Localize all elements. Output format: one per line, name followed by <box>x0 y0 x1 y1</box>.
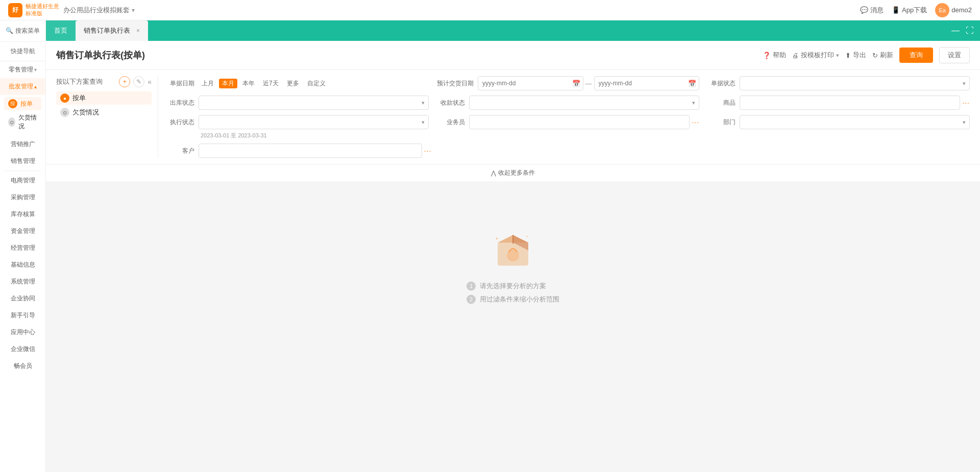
newbie-label: 新手引导 <box>11 311 35 320</box>
sidebar-item-finance[interactable]: 资金管理 <box>0 223 45 240</box>
filter-right-panel: 单据日期 上月 本月 本年 近7天 更多 自定义 <box>166 76 970 158</box>
order-status-select[interactable] <box>740 76 970 90</box>
empty-state: ✦ ✦ 1 请先选择要分析的方案 2 用过滤条件来缩小分析范围 <box>46 181 980 345</box>
message-btn[interactable]: 💬 消息 <box>860 6 884 15</box>
sidebar-item-inventory[interactable]: 库存核算 <box>0 206 45 223</box>
finance-label: 资金管理 <box>11 227 35 235</box>
customer-input[interactable] <box>199 144 422 158</box>
ship-status-select[interactable] <box>199 96 429 110</box>
filter-dept-row: 部门 ▾ <box>707 115 970 129</box>
page-header: 销售订单执行表(按单) ❓ 帮助 🖨 按模板打印 ▾ ⬆ 导出 <box>46 41 980 70</box>
collapse-more-btn[interactable]: ⋀ 收起更多条件 <box>46 164 980 181</box>
sidebar-item-member[interactable]: 畅会员 <box>0 358 45 374</box>
exec-status-select[interactable] <box>199 115 429 129</box>
product-more-btn[interactable]: ··· <box>962 99 970 107</box>
sidebar-item-enterprise[interactable]: 企业协同 <box>0 290 45 307</box>
print-btn[interactable]: 🖨 按模板打印 ▾ <box>792 51 839 60</box>
filter-customer-row: 客户 ··· <box>166 144 431 158</box>
date-tab-lastmonth[interactable]: 上月 <box>199 79 217 88</box>
settings-btn[interactable]: 设置 <box>939 47 970 63</box>
sidebar-item-purchase[interactable]: 采购管理 <box>0 189 45 206</box>
help-btn[interactable]: ❓ 帮助 <box>763 51 786 60</box>
export-btn[interactable]: ⬆ 导出 <box>845 51 866 60</box>
customer-label: 客户 <box>166 147 194 155</box>
filter-ship-status-row: 出库状态 ▾ <box>166 96 429 110</box>
date-separator: — <box>585 80 592 87</box>
product-control: ··· <box>740 96 970 110</box>
date-control: 上月 本月 本年 近7天 更多 自定义 <box>199 79 429 88</box>
plan-item-debt[interactable]: ⊙ 欠货情况 <box>56 106 152 119</box>
product-input[interactable] <box>740 96 960 110</box>
tab-maximize-btn[interactable]: ⛶ <box>964 24 976 37</box>
refresh-icon: ↻ <box>872 52 878 59</box>
wholesale-sub-items: 按 按单 ⊙ 欠货情况 <box>0 95 45 136</box>
tab-active-sales[interactable]: 销售订单执行表 × <box>76 20 148 41</box>
logo-area: 好 畅捷通好生意 标准版 <box>8 3 59 17</box>
collapse-left-btn[interactable]: « <box>148 78 152 86</box>
chevron-up-icon: ▴ <box>34 84 37 89</box>
order-status-select-wrap: ▾ <box>740 76 970 90</box>
sidebar-item-wholesale[interactable]: 批发管理 ▴ <box>0 78 45 95</box>
sub-item-by-order[interactable]: 按 按单 <box>4 97 41 110</box>
sub-item-order-icon: 按 <box>8 99 17 108</box>
sidebar-item-sales[interactable]: 销售管理 <box>0 153 45 170</box>
plan-by-order-label: 按单 <box>72 93 86 103</box>
expected-date-end-input[interactable] <box>594 76 700 90</box>
filter-product-row: 商品 ··· <box>707 96 970 110</box>
tip-num-1: 1 <box>467 281 476 291</box>
tab-minimize-btn[interactable]: — <box>949 24 962 37</box>
tab-home[interactable]: 首页 <box>46 20 76 41</box>
sidebar-item-appstore[interactable]: 应用中心 <box>0 324 45 341</box>
date-tab-more[interactable]: 更多 <box>284 79 302 88</box>
date-tab-custom[interactable]: 自定义 <box>304 79 329 88</box>
wechat-label: 企业微信 <box>11 345 35 353</box>
filter-grid: 单据日期 上月 本月 本年 近7天 更多 自定义 <box>166 76 970 129</box>
sidebar-item-system[interactable]: 系统管理 <box>0 273 45 290</box>
date-range-display: 2023-03-01 至 2023-03-31 <box>166 129 970 139</box>
plan-item-by-order[interactable]: ● 按单 <box>56 91 152 105</box>
salesman-more-btn[interactable]: ··· <box>692 118 699 126</box>
expected-date-start-input[interactable] <box>478 76 583 90</box>
sidebar: 🔍 搜索菜单 快捷导航 零售管理 ▾ 批发管理 ▴ 按 按单 ⊙ <box>0 20 46 472</box>
salesman-input[interactable] <box>469 115 690 129</box>
sub-item-order-label: 按单 <box>20 100 33 108</box>
refresh-btn[interactable]: ↻ 刷新 <box>872 51 893 60</box>
purchase-label: 采购管理 <box>11 193 35 202</box>
user-menu[interactable]: Ea demo2 <box>935 3 972 17</box>
ecommerce-label: 电商管理 <box>11 176 35 185</box>
edit-plan-btn[interactable]: ✎ <box>133 76 144 87</box>
enterprise-label: 企业协同 <box>11 294 35 303</box>
date-tab-last7[interactable]: 近7天 <box>260 79 282 88</box>
filter-salesman-row: 业务员 ··· <box>437 115 699 129</box>
query-btn[interactable]: 查询 <box>899 48 933 63</box>
add-plan-btn[interactable]: + <box>119 76 130 87</box>
salesman-control: ··· <box>469 115 699 129</box>
header-title-arrow[interactable]: ▾ <box>132 7 135 14</box>
tab-close-btn[interactable]: × <box>136 27 140 34</box>
main-layout: 🔍 搜索菜单 快捷导航 零售管理 ▾ 批发管理 ▴ 按 按单 ⊙ <box>0 20 980 472</box>
sidebar-item-newbie[interactable]: 新手引导 <box>0 307 45 324</box>
quick-nav-label[interactable]: 快捷导航 <box>0 45 45 58</box>
customer-control: ··· <box>199 144 431 158</box>
sidebar-item-ecommerce[interactable]: 电商管理 <box>0 172 45 189</box>
sidebar-item-basic[interactable]: 基础信息 <box>0 256 45 273</box>
sidebar-item-retail[interactable]: 零售管理 ▾ <box>0 61 45 78</box>
filter-exec-status-row: 执行状态 ▾ <box>166 115 429 129</box>
header-title-area[interactable]: 办公用品行业模拟账套 ▾ <box>63 6 135 15</box>
date-field-label: 单据日期 <box>166 79 194 88</box>
customer-more-btn[interactable]: ··· <box>424 147 432 155</box>
chevron-down-icon: ▾ <box>34 67 37 73</box>
sidebar-item-operations[interactable]: 经营管理 <box>0 240 45 256</box>
app-download-btn[interactable]: 📱 App下载 <box>892 6 927 15</box>
wholesale-label: 批发管理 <box>9 82 33 91</box>
search-menu-btn[interactable]: 🔍 搜索菜单 <box>4 25 41 37</box>
sidebar-item-marketing[interactable]: 营销推广 <box>0 136 45 153</box>
date-tab-thisyear[interactable]: 本年 <box>239 79 258 88</box>
dept-select[interactable] <box>740 115 970 129</box>
date-tab-thismonth[interactable]: 本月 <box>219 79 237 88</box>
appstore-label: 应用中心 <box>11 328 35 337</box>
sidebar-item-wechat[interactable]: 企业微信 <box>0 341 45 358</box>
sidebar-search[interactable]: 🔍 搜索菜单 <box>0 20 45 42</box>
sub-item-debt[interactable]: ⊙ 欠货情况 <box>4 111 41 133</box>
receipt-status-select[interactable] <box>469 96 699 110</box>
